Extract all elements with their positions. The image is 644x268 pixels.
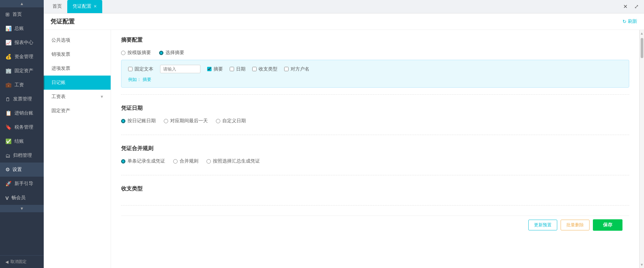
refresh-icon: ↻ [622,19,627,24]
right-content: 摘要配置 按模版摘要 选择摘要 [111,30,639,268]
home-icon: ⊞ [5,11,10,17]
checkbox-date[interactable]: 日期 [230,66,245,72]
tab-voucher-config[interactable]: 凭证配置 ✕ [67,0,102,13]
sidebar-item-guide[interactable]: 🚀 新手引导 [0,177,44,191]
sidebar: ▲ ⊞ 首页 📊 总账 📈 报表中心 💰 资金管理 🏢 固定资产 💼 工资 🗒 … [0,0,44,268]
summary-radio-group: 按模版摘要 选择摘要 [121,50,629,56]
sidebar-item-checkout[interactable]: ✅ 结账 [0,134,44,148]
refresh-button[interactable]: ↻ 刷新 [622,18,637,25]
sidebar-item-member[interactable]: V 畅会员 [0,191,44,205]
maximize-window-btn[interactable]: ⤢ [632,3,641,10]
capital-icon: 💰 [5,54,12,60]
summary-options: 固定文本 摘要 日期 [128,65,622,73]
nav-item-fixed-assets[interactable]: 固定资产 [44,104,111,118]
tab-close-icon[interactable]: ✕ [93,4,97,9]
radio-custom-date[interactable]: 自定义日期 [216,118,246,124]
radio-summary-generate[interactable]: 按照选择汇总生成凭证 [206,158,260,164]
nav-item-payroll[interactable]: 工资表 ▼ [44,90,111,104]
tax-icon: 🔖 [5,124,12,130]
summary-example: 例如： 摘要 [128,77,622,83]
guide-icon: 🚀 [5,181,12,187]
save-button[interactable]: 保存 [593,219,622,231]
scroll-thumb[interactable] [641,38,643,58]
sidebar-item-reports[interactable]: 📈 报表中心 [0,36,44,50]
scroll-thumb-area [640,37,644,261]
sidebar-item-purchase[interactable]: 📋 进销台账 [0,106,44,120]
batch-delete-button[interactable]: 批量删除 [561,220,590,230]
left-nav: 公共选项 销项发票 进项发票 日记账 工资表 ▼ 固定资产 [44,30,111,268]
sidebar-item-capital[interactable]: 💰 资金管理 [0,50,44,64]
scroll-up-arrow[interactable]: ▲ [640,30,644,37]
nav-item-output-invoice[interactable]: 销项发票 [44,47,111,61]
radio-merge-rule[interactable]: 合并规则 [173,158,198,164]
summary-title: 摘要配置 [121,37,629,44]
archive-icon: 🗂 [5,153,10,159]
body-area: 公共选项 销项发票 进项发票 日记账 工资表 ▼ 固定资产 [44,30,644,268]
radio-single-record[interactable]: 单条记录生成凭证 [121,158,165,164]
bottom-actions: 更新预置 批量删除 保存 [121,216,629,234]
salary-icon: 💼 [5,82,12,88]
merge-section: 凭证合并规则 单条记录生成凭证 合并规则 按照选择汇总生成凭证 [121,145,629,175]
summary-section: 摘要配置 按模版摘要 选择摘要 [121,37,629,95]
date-section: 凭证日期 按日记账日期 对应期间最后一天 自定义日期 [121,105,629,135]
tab-bar: 首页 凭证配置 ✕ ✕ ⤢ [44,0,644,13]
nav-item-public[interactable]: 公共选项 [44,33,111,47]
sidebar-item-ledger[interactable]: 📊 总账 [0,21,44,36]
sidebar-item-settings[interactable]: ⚙ 设置 [0,163,44,177]
purchase-icon: 📋 [5,110,12,116]
nav-item-journal[interactable]: 日记账 [44,76,111,90]
scroll-down-arrow[interactable]: ▼ [640,261,644,268]
checkbox-fixed-text[interactable]: 固定文本 [128,66,153,72]
tab-home[interactable]: 首页 [47,0,67,13]
sidebar-item-invoice[interactable]: 🗒 发票管理 [0,92,44,106]
nav-item-input-invoice[interactable]: 进项发票 [44,61,111,76]
cancel-fix-btn[interactable]: ◀ 取消固定 [0,255,44,268]
reports-icon: 📈 [5,40,12,46]
radio-template-summary[interactable]: 按模版摘要 [121,50,151,56]
sidebar-item-home[interactable]: ⊞ 首页 [0,7,44,21]
sidebar-item-archive[interactable]: 🗂 归档管理 [0,148,44,163]
member-icon: V [5,195,9,201]
update-preset-button[interactable]: 更新预置 [528,220,557,230]
checkbox-counterparty-name[interactable]: 对方户名 [284,66,309,72]
income-title: 收支类型 [121,185,629,192]
settings-icon: ⚙ [5,167,10,173]
merge-radio-group: 单条记录生成凭证 合并规则 按照选择汇总生成凭证 [121,158,629,164]
scroll-track: ▲ ▼ [639,30,644,268]
fixed-text-input[interactable] [160,65,200,73]
sidebar-scroll-down[interactable]: ▼ [0,205,44,212]
summary-config-box: 固定文本 摘要 日期 [121,60,629,88]
income-section: 收支类型 [121,185,629,206]
sidebar-item-assets[interactable]: 🏢 固定资产 [0,64,44,78]
checkbox-income-type[interactable]: 收支类型 [252,66,277,72]
content: 凭证配置 ↻ 刷新 公共选项 销项发票 进项发票 日记账 [44,13,644,268]
chevron-down-icon: ▼ [100,94,104,99]
main-area: 首页 凭证配置 ✕ ✕ ⤢ 凭证配置 ↻ 刷新 公共选项 [44,0,644,268]
radio-journal-date[interactable]: 按日记账日期 [121,118,156,124]
sidebar-scroll-up[interactable]: ▲ [0,0,44,7]
sidebar-item-tax[interactable]: 🔖 税务管理 [0,120,44,134]
assets-icon: 🏢 [5,68,12,74]
date-radio-group: 按日记账日期 对应期间最后一天 自定义日期 [121,118,629,124]
tab-bar-actions: ✕ ⤢ [621,3,641,10]
radio-select-summary[interactable]: 选择摘要 [159,50,184,56]
page-title: 凭证配置 [50,17,75,26]
close-window-btn[interactable]: ✕ [621,3,630,10]
merge-title: 凭证合并规则 [121,145,629,152]
date-title: 凭证日期 [121,105,629,112]
sidebar-item-salary[interactable]: 💼 工资 [0,78,44,92]
pin-icon: ◀ [5,260,8,264]
radio-period-last[interactable]: 对应期间最后一天 [164,118,208,124]
page-header: 凭证配置 ↻ 刷新 [44,13,644,30]
invoice-icon: 🗒 [5,96,10,102]
checkout-icon: ✅ [5,138,12,144]
checkbox-summary[interactable]: 摘要 [207,66,223,72]
ledger-icon: 📊 [5,26,12,32]
